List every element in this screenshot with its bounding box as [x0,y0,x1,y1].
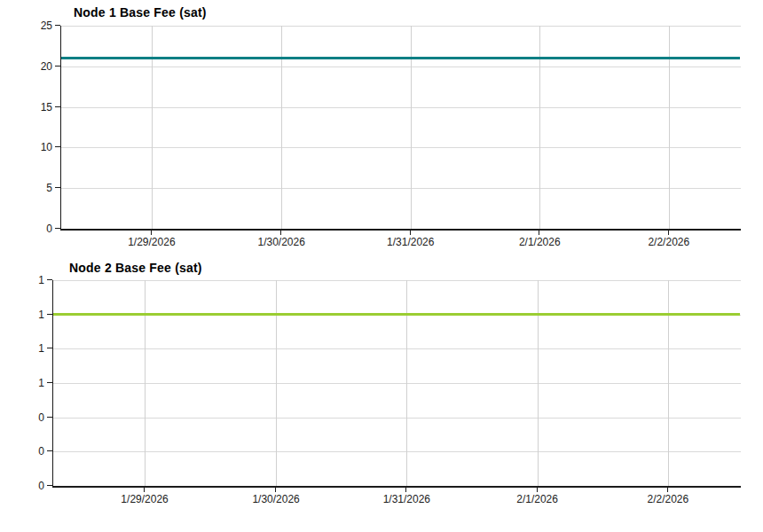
y-axis-tick-mark [55,66,60,66]
y-axis-tick-label: 15 [13,102,52,113]
gridline-horizontal [61,147,741,148]
y-axis-tick-label: 0 [5,446,44,457]
gridline-vertical [145,280,146,486]
gridline-horizontal [53,280,741,281]
y-axis-tick-mark [55,187,60,188]
x-axis-date-label: 2/1/2026 [519,236,561,248]
x-axis-date-label: 1/31/2026 [383,493,430,505]
y-axis-tick-label: 20 [13,61,52,72]
x-axis-date-label: 1/29/2026 [121,493,168,505]
chart-node2-title: Node 2 Base Fee (sat) [69,261,202,275]
x-axis-date-label: 1/30/2026 [257,236,304,248]
y-axis-tick-label: 10 [13,142,52,153]
gridline-horizontal [61,188,741,189]
gridline-vertical [276,280,277,486]
gridline-horizontal [61,26,741,27]
x-axis-tick-mark [410,231,411,235]
gridline-horizontal [61,107,741,108]
x-axis-tick-mark [668,231,669,235]
x-axis-tick-mark [275,488,276,492]
x-axis-date-label: 2/2/2026 [647,493,688,505]
chart-node1-title: Node 1 Base Fee (sat) [74,5,207,20]
y-axis-tick-label: 1 [5,275,44,286]
chart-node2-plot-area: 11110001/29/20261/30/20261/31/20262/1/20… [52,280,741,488]
gridline-horizontal [53,418,741,419]
gridline-vertical [538,280,539,486]
gridline-horizontal [53,451,741,452]
x-axis-tick-mark [539,231,539,235]
series-line-node-1-base-fee [61,57,740,59]
gridline-vertical [406,280,407,486]
y-axis-tick-label: 0 [13,223,52,234]
y-axis-tick-mark [55,106,60,107]
gridline-vertical [668,280,669,486]
base-fee-dashboard: Node 1 Base Fee (sat) 25201510501/29/202… [0,0,763,532]
x-axis-date-label: 1/29/2026 [128,236,175,248]
x-axis-tick-mark [144,488,145,492]
y-axis-tick-label: 1 [5,309,44,320]
x-axis-date-label: 2/2/2026 [648,236,689,248]
y-axis-tick-label: 0 [5,481,44,491]
y-axis-tick-mark [47,450,52,451]
x-axis-tick-mark [537,488,538,492]
x-axis-tick-mark [280,231,281,235]
x-axis-tick-mark [405,488,406,492]
y-axis-tick-label: 5 [13,183,52,193]
y-axis-tick-mark [55,146,60,147]
series-line-node-2-base-fee [53,313,740,316]
x-axis-date-label: 1/31/2026 [387,236,434,248]
chart-node1-plot-area: 25201510501/29/20261/30/20261/31/20262/1… [60,26,741,231]
y-axis-tick-mark [47,485,52,486]
y-axis-tick-mark [55,228,60,229]
x-axis-tick-mark [667,488,668,492]
x-axis-date-label: 1/30/2026 [252,493,299,505]
y-axis-tick-mark [55,25,60,26]
gridline-horizontal [53,348,741,349]
y-axis-tick-label: 1 [5,378,44,388]
gridline-horizontal [61,66,741,67]
x-axis-tick-mark [151,231,152,235]
y-axis-tick-mark [47,348,52,348]
y-axis-tick-label: 1 [5,343,44,354]
y-axis-tick-mark [47,314,52,315]
x-axis-date-label: 2/1/2026 [516,493,558,505]
y-axis-tick-mark [47,417,52,418]
y-axis-tick-mark [47,279,52,280]
y-axis-tick-mark [47,382,52,383]
gridline-horizontal [53,383,741,384]
y-axis-tick-label: 25 [13,20,52,31]
y-axis-tick-label: 0 [5,412,44,423]
